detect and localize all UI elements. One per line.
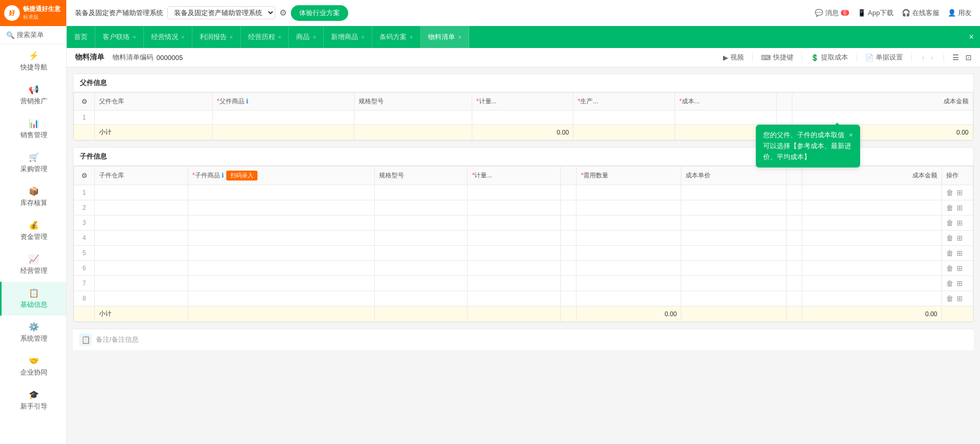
parent-cost-cell[interactable] [675, 111, 777, 125]
child-unit-cell[interactable] [468, 291, 561, 306]
child-product-cell[interactable] [188, 215, 374, 231]
child-unit-cost-cell[interactable] [681, 185, 786, 200]
tab-profit-close[interactable]: × [230, 34, 233, 40]
sidebar-item-quick-nav[interactable]: ⚡ 快捷导航 [0, 44, 66, 78]
user-item[interactable]: 👤 用友 [948, 8, 972, 18]
copy-icon[interactable]: ⊞ [957, 188, 963, 197]
tab-customer[interactable]: 客户联络 × [95, 26, 144, 48]
child-qty-cell[interactable] [577, 215, 681, 231]
view-action[interactable]: ▶ 视频 [723, 53, 744, 62]
shortcut-action[interactable]: ⌨ 快捷键 [761, 53, 793, 62]
child-product-cell[interactable] [188, 261, 374, 276]
delete-icon[interactable]: 🗑 [946, 249, 953, 257]
tooltip-close-btn[interactable]: × [849, 130, 853, 141]
copy-icon[interactable]: ⊞ [957, 249, 963, 257]
tab-close-all[interactable]: × [963, 26, 980, 48]
child-warehouse-cell[interactable] [95, 231, 188, 246]
tab-product-close[interactable]: × [313, 34, 316, 40]
delete-icon[interactable]: 🗑 [946, 264, 953, 272]
child-spec-cell[interactable] [374, 185, 468, 200]
tab-customer-close[interactable]: × [133, 34, 136, 40]
sidebar-item-operation[interactable]: 📈 经营管理 [0, 248, 66, 282]
child-unit-cost-cell[interactable] [681, 215, 786, 231]
child-info-icon[interactable]: ℹ [222, 172, 224, 179]
tab-bom-close[interactable]: × [458, 34, 461, 40]
tab-process[interactable]: 经营历程 × [241, 26, 289, 48]
delete-icon[interactable]: 🗑 [946, 294, 953, 303]
parent-warehouse-cell[interactable] [95, 111, 213, 125]
sidebar-item-guide[interactable]: 🎓 新手引导 [0, 383, 66, 417]
sidebar-item-inventory[interactable]: 📦 库存核算 [0, 180, 66, 214]
copy-icon[interactable]: ⊞ [957, 279, 963, 287]
info-icon[interactable]: ℹ [246, 98, 249, 105]
child-spec-cell[interactable] [374, 261, 468, 276]
child-product-cell[interactable] [188, 231, 374, 246]
layout-icon[interactable]: ☰ [952, 53, 959, 62]
delete-icon[interactable]: 🗑 [946, 203, 953, 212]
child-spec-cell[interactable] [374, 200, 468, 215]
child-qty-cell[interactable] [577, 231, 681, 246]
child-unit-cell[interactable] [468, 185, 561, 200]
tab-new-product[interactable]: 新增商品 × [324, 26, 372, 48]
parent-product-cell[interactable] [212, 111, 354, 125]
child-warehouse-cell[interactable] [95, 291, 188, 306]
sidebar-item-basics[interactable]: 📋 基础信息 [0, 282, 66, 316]
copy-icon[interactable]: ⊞ [957, 219, 963, 227]
child-unit-cell[interactable] [468, 276, 561, 291]
child-unit-cost-cell[interactable] [681, 200, 786, 215]
child-product-cell[interactable] [188, 276, 374, 291]
child-warehouse-cell[interactable] [95, 215, 188, 231]
child-spec-cell[interactable] [374, 231, 468, 246]
prev-arrow[interactable]: ‹ [920, 52, 927, 63]
child-qty-cell[interactable] [577, 200, 681, 215]
delete-icon[interactable]: 🗑 [946, 279, 953, 287]
sidebar-item-system[interactable]: ⚙️ 系统管理 [0, 316, 66, 350]
copy-icon[interactable]: ⊞ [957, 294, 963, 303]
message-item[interactable]: 💬 消息 6 [815, 8, 849, 18]
child-unit-cell[interactable] [468, 215, 561, 231]
trial-button[interactable]: 体验行业方案 [291, 5, 348, 21]
tab-home[interactable]: 首页 [67, 26, 95, 48]
child-unit-cost-cell[interactable] [681, 291, 786, 306]
child-unit-cell[interactable] [468, 261, 561, 276]
next-arrow[interactable]: › [928, 52, 935, 63]
delete-icon[interactable]: 🗑 [946, 234, 953, 242]
child-unit-cost-cell[interactable] [681, 276, 786, 291]
child-spec-cell[interactable] [374, 276, 468, 291]
child-product-cell[interactable] [188, 246, 374, 261]
parent-production-cell[interactable] [573, 111, 675, 125]
sidebar-item-finance[interactable]: 💰 资金管理 [0, 214, 66, 248]
tab-operation-status[interactable]: 经营情况 × [144, 26, 192, 48]
child-qty-cell[interactable] [577, 185, 681, 200]
child-spec-cell[interactable] [374, 215, 468, 231]
child-warehouse-cell[interactable] [95, 276, 188, 291]
child-unit-cell[interactable] [468, 200, 561, 215]
copy-icon[interactable]: ⊞ [957, 203, 963, 212]
child-unit-cell[interactable] [468, 231, 561, 246]
sidebar-item-sales[interactable]: 📊 销售管理 [0, 112, 66, 146]
tab-process-close[interactable]: × [278, 34, 281, 40]
child-unit-cost-cell[interactable] [681, 231, 786, 246]
child-unit-cell[interactable] [468, 246, 561, 261]
tab-product[interactable]: 商品 × [289, 26, 324, 48]
scan-button[interactable]: 扫码录入 [226, 171, 258, 181]
sidebar-search[interactable]: 🔍 搜索菜单 [0, 26, 66, 44]
child-product-cell[interactable] [188, 200, 374, 215]
child-warehouse-cell[interactable] [95, 185, 188, 200]
tab-profit[interactable]: 利润报告 × [192, 26, 241, 48]
copy-icon[interactable]: ⊞ [957, 264, 963, 272]
tab-barcode-close[interactable]: × [410, 34, 413, 40]
tab-bom[interactable]: 物料清单 × [421, 26, 469, 48]
child-spec-cell[interactable] [374, 291, 468, 306]
child-warehouse-cell[interactable] [95, 246, 188, 261]
child-spec-cell[interactable] [374, 246, 468, 261]
copy-icon[interactable]: ⊞ [957, 234, 963, 242]
parent-spec-cell[interactable] [354, 111, 472, 125]
tab-operation-close[interactable]: × [181, 34, 185, 40]
th-child-gear[interactable]: ⚙ [74, 166, 95, 185]
sidebar-item-purchase[interactable]: 🛒 采购管理 [0, 146, 66, 180]
system-selector[interactable]: 装备及固定资产辅助管理系统 [167, 6, 275, 19]
tab-barcode[interactable]: 条码方案 × [372, 26, 421, 48]
child-unit-cost-cell[interactable] [681, 246, 786, 261]
child-product-cell[interactable] [188, 291, 374, 306]
